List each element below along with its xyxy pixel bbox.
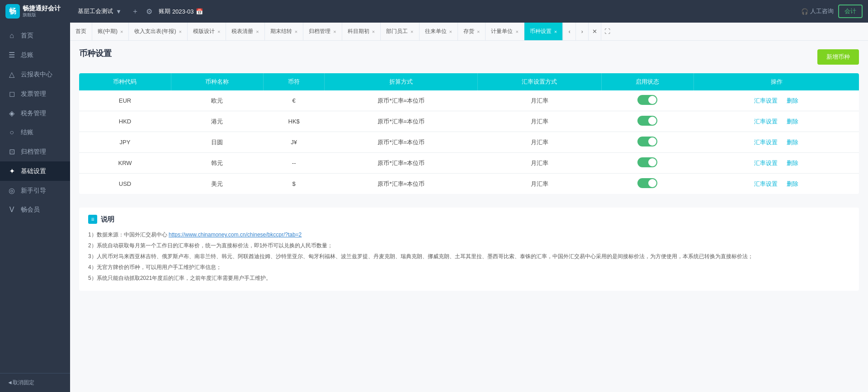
sidebar-bottom: ◄取消固定 xyxy=(0,373,70,392)
sidebar-item-home[interactable]: ⌂ 首页 xyxy=(0,26,70,45)
tab-close-income-report[interactable]: × xyxy=(179,29,181,34)
account-button[interactable]: 会计 xyxy=(838,5,863,18)
tab-label-dept-staff: 部门员工 xyxy=(386,28,408,35)
tab-close-inventory[interactable]: × xyxy=(477,29,480,34)
tab-income-report[interactable]: 收入支出表(年报) × xyxy=(129,23,187,41)
top-bar: 畅 畅捷通好会计 旗舰版 基层工会测试 ▼ ＋ ⚙ 账期 2023-03 📅 🎧… xyxy=(0,0,868,23)
cell-code-2: JPY xyxy=(79,132,171,153)
notice-doc-icon: ≡ xyxy=(88,215,97,224)
company-dropdown-icon[interactable]: ▼ xyxy=(116,8,122,15)
calendar-icon[interactable]: 📅 xyxy=(196,8,203,15)
tab-close-template-design[interactable]: × xyxy=(217,29,220,34)
sidebar-item-archive[interactable]: ⊡ 归档管理 xyxy=(0,142,70,161)
delete-link-4[interactable]: 删除 xyxy=(787,180,798,187)
tab-label-inventory: 存货 xyxy=(463,28,474,35)
tab-close-unit[interactable]: × xyxy=(515,29,518,34)
notice-item-3: 4）无官方牌价的币种，可以用用户手工维护汇率信息； xyxy=(88,262,850,273)
tab-close-archive-mgmt[interactable]: × xyxy=(333,29,336,34)
archive-icon: ⊡ xyxy=(7,147,16,156)
toggle-2[interactable] xyxy=(637,137,657,146)
add-icon[interactable]: ＋ xyxy=(130,5,141,18)
cell-status-4 xyxy=(601,174,693,194)
tab-archive-mgmt[interactable]: 归档管理 × xyxy=(303,23,342,41)
rate-setting-link-4[interactable]: 汇率设置 xyxy=(754,180,778,187)
new-currency-button[interactable]: 新增币种 xyxy=(817,49,859,65)
tab-label-income-report: 收入支出表(年报) xyxy=(134,28,176,35)
toggle-3[interactable] xyxy=(637,157,657,167)
period-display: 账期 2023-03 📅 xyxy=(159,7,203,15)
tab-fullscreen-btn[interactable]: ⛶ xyxy=(601,23,613,41)
tab-currency[interactable]: 币种设置 × xyxy=(524,23,563,41)
sidebar-item-ledger[interactable]: ☰ 总账 xyxy=(0,45,70,65)
company-selector[interactable]: 基层工会测试 ▼ xyxy=(78,7,122,15)
tab-partner[interactable]: 往来单位 × xyxy=(420,23,458,41)
sidebar-item-member[interactable]: V 畅会员 xyxy=(0,200,70,219)
tab-inventory[interactable]: 存货 × xyxy=(458,23,486,41)
tab-prev-btn[interactable]: ‹ xyxy=(563,23,576,41)
table-row: USD 美元 $ 原币*汇率=本位币 月汇率 汇率设置 删除 xyxy=(79,174,859,194)
col-header-name: 币种名称 xyxy=(171,73,263,90)
tab-close-partner[interactable]: × xyxy=(449,29,452,34)
period-label: 账期 xyxy=(159,7,170,15)
cell-code-3: KRW xyxy=(79,153,171,174)
company-name: 基层工会测试 xyxy=(78,7,113,15)
app-name: 畅捷通好会计 xyxy=(23,5,61,12)
tab-subject-init[interactable]: 科目期初 × xyxy=(342,23,381,41)
settings-icon[interactable]: ⚙ xyxy=(144,5,154,18)
tab-close-tax-list[interactable]: × xyxy=(256,29,259,34)
notice-item-1: 2）系统自动获取每月第一个工作日的汇率标价，统一为直接标价法，即1外币可以兑换的… xyxy=(88,240,850,251)
tab-unit[interactable]: 计量单位 × xyxy=(486,23,524,41)
sidebar-item-checkout[interactable]: ○ 结账 xyxy=(0,123,70,142)
tab-next-btn[interactable]: › xyxy=(576,23,588,41)
tab-close-subject-init[interactable]: × xyxy=(372,29,375,34)
sidebar-label-checkout: 结账 xyxy=(21,128,33,137)
cancel-pin-button[interactable]: ◄取消固定 xyxy=(0,373,70,392)
cell-symbol-2: J¥ xyxy=(263,132,324,153)
tab-period-end[interactable]: 期末结转 × xyxy=(265,23,303,41)
tab-close-currency[interactable]: × xyxy=(554,29,557,34)
toggle-4[interactable] xyxy=(637,178,657,188)
tab-template-design[interactable]: 模版设计 × xyxy=(188,23,226,41)
tab-tax-list[interactable]: 税表清册 × xyxy=(226,23,264,41)
notice-title: ≡ 说明 xyxy=(88,215,850,224)
currency-table: 币种代码 币种名称 币符 折算方式 汇率设置方式 启用状态 操作 EUR 欧元 … xyxy=(79,73,859,194)
sidebar-item-tax[interactable]: ◈ 税务管理 xyxy=(0,104,70,123)
sidebar-label-archive: 归档管理 xyxy=(21,148,46,156)
cancel-pin-label: ◄取消固定 xyxy=(7,379,34,387)
tax-icon: ◈ xyxy=(7,109,16,118)
rate-setting-link-0[interactable]: 汇率设置 xyxy=(754,97,778,104)
tab-mid-period[interactable]: 账(中期) × xyxy=(92,23,129,41)
cell-code-0: EUR xyxy=(79,90,171,111)
toggle-1[interactable] xyxy=(637,116,657,126)
rate-setting-link-2[interactable]: 汇率设置 xyxy=(754,139,778,146)
cell-name-3: 韩元 xyxy=(171,153,263,174)
table-row: KRW 韩元 -- 原币*汇率=本位币 月汇率 汇率设置 删除 xyxy=(79,153,859,174)
cell-actions-2: 汇率设置 删除 xyxy=(694,132,859,153)
sidebar-item-invoice[interactable]: ◻ 发票管理 xyxy=(0,84,70,104)
tab-label-mid-period: 账(中期) xyxy=(98,28,118,35)
tab-close-all-btn[interactable]: ✕ xyxy=(588,23,601,41)
sidebar-item-settings[interactable]: ✦ 基础设置 xyxy=(0,161,70,181)
page-title-bar: 币种设置 新增币种 xyxy=(79,48,859,66)
delete-link-3[interactable]: 删除 xyxy=(787,160,798,166)
cell-conversion-3: 原币*汇率=本位币 xyxy=(325,153,478,174)
tab-close-mid-period[interactable]: × xyxy=(120,29,123,34)
tab-close-period-end[interactable]: × xyxy=(295,29,297,34)
notice-item-4: 5）系统只能自动抓取2021年度后的汇率，之前年度汇率需要用户手工维护。 xyxy=(88,273,850,283)
sidebar-item-guide[interactable]: ◎ 新手引导 xyxy=(0,181,70,200)
delete-link-1[interactable]: 删除 xyxy=(787,118,798,125)
col-header-code: 币种代码 xyxy=(79,73,171,90)
tab-close-dept-staff[interactable]: × xyxy=(410,29,413,34)
delete-link-2[interactable]: 删除 xyxy=(787,139,798,146)
delete-link-0[interactable]: 删除 xyxy=(787,97,798,104)
tab-dept-staff[interactable]: 部门员工 × xyxy=(381,23,419,41)
notice-link-0[interactable]: https://www.chinamoney.com.cn/chinese/bk… xyxy=(169,231,302,238)
cell-conversion-0: 原币*汇率=本位币 xyxy=(325,90,478,111)
sidebar-item-reports[interactable]: △ 云报表中心 xyxy=(0,65,70,84)
tab-home[interactable]: 首页 xyxy=(70,23,92,41)
customer-service[interactable]: 🎧 人工咨询 xyxy=(801,7,834,15)
rate-setting-link-1[interactable]: 汇率设置 xyxy=(754,118,778,125)
tabs-bar: 首页 账(中期) × 收入支出表(年报) × 模版设计 × 税表清册 × 期末结… xyxy=(70,23,868,41)
rate-setting-link-3[interactable]: 汇率设置 xyxy=(754,160,778,166)
toggle-0[interactable] xyxy=(637,95,657,105)
